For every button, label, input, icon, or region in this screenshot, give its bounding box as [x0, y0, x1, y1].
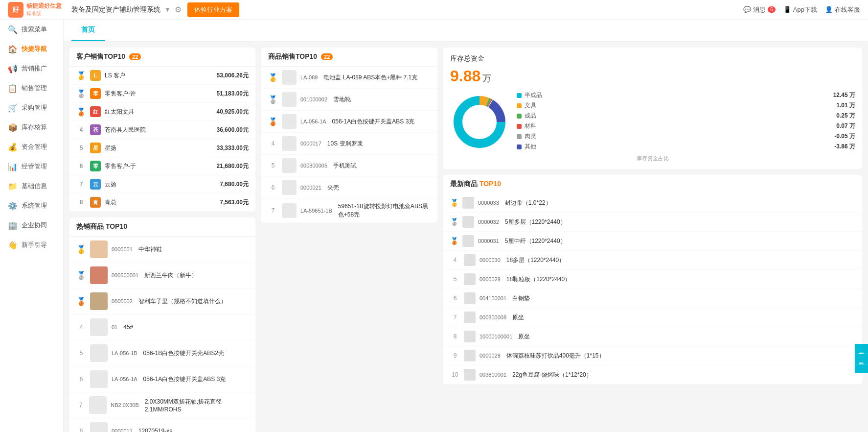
sidebar-label-4: 采购管理	[22, 103, 47, 112]
product-image	[282, 180, 297, 195]
new-product-image	[464, 312, 476, 323]
medal-icon: 🥉	[76, 297, 86, 306]
sidebar-label-8: 基础信息	[22, 182, 47, 191]
medal-icon: 🥇	[76, 71, 86, 80]
sidebar-item-10[interactable]: 🏢企业协同	[0, 216, 63, 235]
new-product-item: 8 10000100001 原坐	[443, 327, 862, 346]
medal-icon: 🥈	[450, 218, 458, 226]
experience-button[interactable]: 体验行业方案	[187, 2, 239, 17]
rank-value: 36,600.00元	[217, 126, 249, 134]
rank-number: 4	[76, 126, 86, 133]
float-btn-1[interactable]: 服务社区	[855, 354, 868, 364]
product-rank-item: 🥈 001000002 雪地靴	[261, 89, 437, 111]
legend-item: 材料 0.07 万	[517, 122, 855, 130]
hot-product-item: 6 LA-056-1A 056-1A白色按键开关盖ABS 3克	[69, 366, 255, 392]
rank-value: 7,563.00元	[220, 198, 249, 207]
product-name: 雪地靴	[333, 96, 431, 104]
legend-value: -3.86 万	[834, 143, 855, 151]
hot-product-item: 4 01 45#	[69, 314, 255, 340]
sidebar-item-3[interactable]: 📋销售管理	[0, 78, 63, 98]
rank-value: 53,006.26元	[217, 72, 249, 80]
rank-name: 星扬	[105, 144, 213, 152]
hot-product-code: 0000002	[112, 298, 133, 304]
sidebar-item-5[interactable]: 📦库存核算	[0, 118, 63, 137]
tab-home[interactable]: 首页	[71, 20, 105, 41]
sidebar-label-5: 库存核算	[22, 123, 47, 132]
legend-label: 肉类	[517, 132, 834, 141]
inventory-legend: 半成品 12.45 万 文具 1.01 万 成品 0.25 万 材料 0.07 …	[517, 91, 855, 153]
new-product-code: 0000030	[480, 257, 501, 263]
new-product-code: 0000028	[480, 353, 501, 359]
sidebar-icon-5: 📦	[8, 122, 18, 132]
product-image	[282, 136, 297, 151]
sidebar-item-0[interactable]: 🔍搜索菜单	[0, 20, 63, 39]
legend-text: 文具	[525, 101, 536, 110]
product-name: 59651-1B旋转投影灯电池盒ABS黑色+58壳	[338, 202, 431, 219]
system-name: 装备及固定资产辅助管理系统	[71, 5, 160, 14]
customer-ranking-list: 🥇 L LS 客户 53,006.26元 🥈 零 零售客户-许 51,183.0…	[69, 67, 255, 212]
app-download-label: App下载	[793, 5, 817, 14]
sidebar-label-7: 经营管理	[22, 162, 47, 171]
customer-rank-item: 6 零 零售客户-于 21,680.00元	[69, 157, 255, 175]
product-rank-item: 🥇 LA-089 电池盖 LA-089 ABS本色+黑种 7.1克	[261, 67, 437, 89]
rank-name: LS 客户	[105, 72, 213, 80]
rank-number: 5	[76, 350, 86, 357]
float-btn-2[interactable]: 直播	[855, 364, 868, 373]
sidebar-icon-1: 🏠	[8, 44, 18, 54]
legend-item: 肉类 -0.05 万	[517, 132, 855, 141]
online-service-button[interactable]: 👤 在线客服	[825, 5, 860, 14]
new-product-name: 封边带（1.0*22）	[505, 199, 551, 207]
sidebar-item-6[interactable]: 💰资金管理	[0, 137, 63, 157]
legend-label: 材料	[517, 122, 836, 130]
sidebar-item-4[interactable]: 🛒采购管理	[0, 98, 63, 118]
float-btn-0[interactable]: 客服热线	[855, 344, 868, 354]
legend-dot	[517, 124, 522, 129]
product-image	[282, 203, 297, 218]
product-code: 0000021	[300, 185, 321, 191]
sidebar-item-2[interactable]: 📢营销推广	[0, 59, 63, 78]
sidebar-label-0: 搜索菜单	[22, 25, 47, 34]
rank-value: 51,183.00元	[217, 90, 249, 98]
dropdown-arrow-icon[interactable]: ▼	[164, 6, 171, 13]
new-product-item: 10 003800001 22g鱼豆腐-烧烤味（1*12*20）	[443, 365, 862, 384]
new-product-image	[462, 216, 474, 228]
product-code: 000800005	[300, 163, 327, 168]
hot-product-code: NB2.0X30B	[111, 402, 138, 408]
rank-name: 云扬	[105, 180, 216, 189]
sidebar-item-8[interactable]: 📁基础信息	[0, 176, 63, 196]
hot-product-item: 🥉 0000002 智利车子里（规格不知道填什么）	[69, 288, 255, 314]
hot-product-image	[90, 318, 108, 336]
new-product-name: 5厘中纤（1220*2440）	[505, 237, 566, 245]
app-download-button[interactable]: 📱 App下载	[783, 5, 817, 14]
rank-name: 肖总	[105, 198, 216, 207]
sidebar-icon-9: ⚙️	[8, 201, 18, 211]
legend-label: 半成品	[517, 91, 833, 99]
sidebar-item-11[interactable]: 👋新手引导	[0, 235, 63, 255]
logo-text-area: 畅捷通好生意 标准版	[26, 2, 62, 17]
medal-icon: 🥉	[76, 107, 86, 117]
legend-item: 文具 1.01 万	[517, 101, 855, 110]
sidebar-label-10: 企业协同	[22, 221, 47, 230]
product-code: LA-59651-1B	[300, 208, 332, 214]
rank-badge: 红	[90, 106, 101, 117]
new-product-name: 白钢垫	[512, 294, 530, 303]
hot-product-image	[89, 396, 107, 414]
inventory-unit: 万	[482, 73, 491, 83]
rank-value: 40,925.00元	[217, 108, 249, 116]
customer-rank-item: 8 肖 肖总 7,563.00元	[69, 193, 255, 212]
gear-icon[interactable]: ⚙	[175, 5, 182, 14]
sidebar-item-7[interactable]: 📊经营管理	[0, 157, 63, 176]
new-product-image	[464, 369, 476, 381]
sidebar-item-1[interactable]: 🏠快捷导航	[0, 39, 63, 59]
rank-badge: 苍	[90, 124, 101, 135]
sidebar-item-9[interactable]: ⚙️系统管理	[0, 196, 63, 216]
new-products-card: 最新商品 TOP10 🥇 0000033 封边带（1.0*22） 🥈 00000…	[443, 175, 862, 384]
medal-icon: 🥈	[76, 89, 86, 98]
logo-area: 好 畅捷通好生意 标准版	[8, 2, 71, 18]
inventory-card: 库存总资金 9.88 万	[443, 48, 862, 169]
sidebar-label-3: 销售管理	[22, 84, 47, 93]
message-button[interactable]: 💬 消息 6	[743, 5, 776, 14]
product-name: 电池盖 LA-089 ABS本色+黑种 7.1克	[323, 73, 431, 82]
sidebar-icon-6: 💰	[8, 142, 18, 152]
hot-product-item: 🥈 000500001 新西兰牛肉（新牛）	[69, 263, 255, 288]
